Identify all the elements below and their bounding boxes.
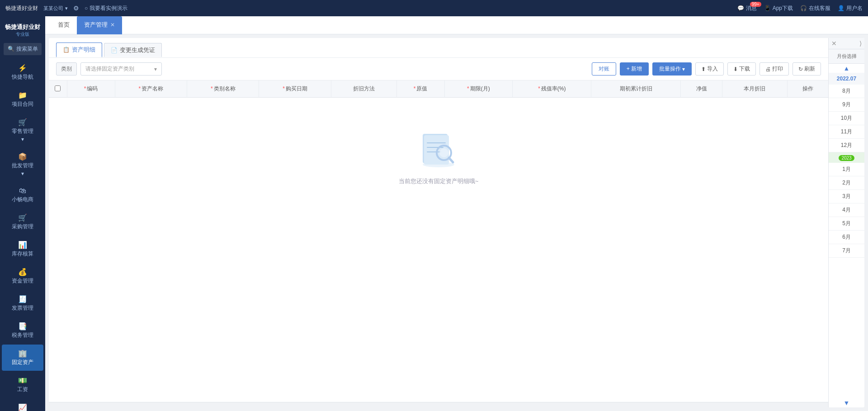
invoice-icon: 🧾 <box>18 295 27 303</box>
phone-icon: 📱 <box>764 5 771 11</box>
sidebar-item-finance[interactable]: 💰 资金管理 <box>2 263 43 289</box>
sidebar-item-quick-nav[interactable]: ⚡ 快捷导航 <box>2 59 43 85</box>
batch-chevron-icon: ▾ <box>682 66 685 72</box>
tab-close-icon[interactable]: ✕ <box>110 22 115 28</box>
category-filter-label: 类别 <box>56 62 77 76</box>
sidebar-item-inventory[interactable]: 📊 库存核算 <box>2 236 43 262</box>
month-item-2023-5[interactable]: 5月 <box>829 217 864 231</box>
month-item-10[interactable]: 10月 <box>829 112 864 125</box>
ecommerce-icon: 🛍 <box>19 187 26 195</box>
batch-operation-button[interactable]: 批量操作 ▾ <box>652 62 692 76</box>
sub-tab-voucher[interactable]: 📄 变更生成凭证 <box>104 43 162 57</box>
asset-detail-tab-icon: 📋 <box>63 47 70 53</box>
message-icon: 💬 <box>737 5 744 11</box>
month-item-2023-1[interactable]: 1月 <box>829 163 864 176</box>
user-icon: 👤 <box>838 5 844 11</box>
select-all-checkbox[interactable] <box>55 85 61 91</box>
month-nav-up[interactable]: ▲ <box>829 64 864 73</box>
table-header-name: *资产名称 <box>115 80 187 98</box>
asset-table: *编码 *资产名称 *类别名称 *购买日期 <box>49 80 828 98</box>
empty-illustration <box>411 125 466 170</box>
table-header-category: *类别名称 <box>187 80 259 98</box>
user-profile[interactable]: 👤 用户名 <box>838 5 863 12</box>
sidebar-item-ecommerce[interactable]: 🛍 小畅电商 <box>2 182 43 208</box>
refresh-button[interactable]: ↻ 刷新 <box>793 62 821 76</box>
tab-asset-management[interactable]: 资产管理 ✕ <box>77 16 122 34</box>
refresh-icon: ↻ <box>798 66 803 72</box>
settings-icon[interactable]: ⚙ <box>73 5 79 12</box>
fixed-asset-icon: 🏢 <box>18 349 27 358</box>
month-nav-down[interactable]: ▼ <box>829 398 864 407</box>
month-item-2023-6[interactable]: 6月 <box>829 231 864 244</box>
month-panel: ✕ ⟩ 月份选择 ▲ 2022.07 8月 9月 10月 11月 12月 202… <box>828 38 864 407</box>
table-header-checkbox <box>49 80 67 98</box>
page-content: 📋 资产明细 📄 变更生成凭证 类别 请选择固定资产类别 ▾ <box>49 38 864 407</box>
month-item-2023-4[interactable]: 4月 <box>829 203 864 217</box>
tax-icon: 📑 <box>18 322 27 331</box>
company-name: 某某公司 <box>43 5 63 12</box>
svg-point-7 <box>439 148 448 157</box>
month-list: 8月 9月 10月 11月 12月 2023 1月 2月 3月 4月 5月 6月… <box>829 85 864 398</box>
import-button[interactable]: ⬆ 导入 <box>695 62 724 76</box>
sidebar-item-project[interactable]: 📁 项目合同 <box>2 86 43 113</box>
month-item-2023-2[interactable]: 2月 <box>829 176 864 190</box>
svg-line-8 <box>449 158 453 162</box>
operations-icon: 📈 <box>18 403 27 411</box>
empty-state: 当前您还没有固定资产明细哦~ <box>49 98 828 213</box>
tab-home[interactable]: 首页 <box>51 16 77 34</box>
import-icon: ⬆ <box>701 66 706 72</box>
duizhang-button[interactable]: 对账 <box>592 62 616 76</box>
retail-icon: 🛒 <box>18 118 27 127</box>
main-panel: 📋 资产明细 📄 变更生成凭证 类别 请选择固定资产类别 ▾ <box>49 38 828 407</box>
table-header-original-value: *原值 <box>396 80 444 98</box>
table-header-operation: 操作 <box>788 80 828 98</box>
month-panel-close-btn[interactable]: ✕ <box>831 40 837 47</box>
search-menu-button[interactable]: 🔍 搜索菜单 <box>4 43 42 55</box>
online-service-button[interactable]: 🎧 在线客服 <box>800 5 830 12</box>
add-button[interactable]: + 新增 <box>620 62 649 76</box>
month-panel-expand-btn[interactable]: ⟩ <box>859 40 862 47</box>
table-header-residual-rate: *残值率(%) <box>513 80 591 98</box>
toolbar: 类别 请选择固定资产类别 ▾ 对账 + 新增 批量操作 ▾ ⬆ <box>49 58 828 80</box>
company-selector[interactable]: 某某公司 ▾ <box>43 5 68 12</box>
download-button[interactable]: ⬇ 下载 <box>727 62 756 76</box>
service-icon: 🎧 <box>800 5 807 11</box>
main-layout: 畅捷通好业财 专业版 🔍 搜索菜单 ⚡ 快捷导航 📁 项目合同 🛒 零售管理 ▾… <box>0 16 868 411</box>
app-title: 畅捷通好业财 <box>5 5 38 12</box>
sidebar-item-invoice[interactable]: 🧾 发票管理 <box>2 290 43 317</box>
month-item-8[interactable]: 8月 <box>829 85 864 98</box>
empty-text: 当前您还没有固定资产明细哦~ <box>399 177 479 185</box>
inventory-icon: 📊 <box>18 241 27 249</box>
sidebar-item-payroll[interactable]: 💵 工资 <box>2 372 43 398</box>
sidebar-item-fixed-asset[interactable]: 🏢 固定资产 <box>2 345 43 371</box>
table-header-net-value: 净值 <box>681 80 722 98</box>
top-bar: 畅捷通好业财 某某公司 ▾ ⚙ ○ 我要看实例演示 💬 消息 99+ 📱 App… <box>0 0 868 16</box>
retail-expand-icon: ▾ <box>21 136 24 142</box>
month-item-2023-3[interactable]: 3月 <box>829 190 864 203</box>
month-panel-header: 月份选择 <box>829 49 864 64</box>
month-item-9[interactable]: 9月 <box>829 98 864 112</box>
sidebar-item-wholesale[interactable]: 📦 批发管理 ▾ <box>2 148 43 181</box>
messages-button[interactable]: 💬 消息 99+ <box>737 5 757 12</box>
sidebar-item-tax[interactable]: 📑 税务管理 <box>2 317 43 344</box>
print-button[interactable]: 🖨 打印 <box>760 62 789 76</box>
demo-link[interactable]: ○ 我要看实例演示 <box>85 5 127 12</box>
app-download-button[interactable]: 📱 App下载 <box>764 5 793 12</box>
category-filter-select[interactable]: 请选择固定资产类别 ▾ <box>80 62 162 76</box>
month-item-12[interactable]: 12月 <box>829 139 864 152</box>
sidebar-item-operations[interactable]: 📈 经营管理 <box>2 399 43 411</box>
demo-icon: ○ <box>85 5 88 11</box>
sidebar-logo: 畅捷通好业财 专业版 <box>0 20 45 43</box>
wholesale-expand-icon: ▾ <box>21 170 24 177</box>
sidebar-item-retail[interactable]: 🛒 零售管理 ▾ <box>2 113 43 147</box>
month-year-display: 2022.07 <box>829 73 864 85</box>
year-2023-badge: 2023 <box>839 155 854 161</box>
content-area: 首页 资产管理 ✕ 📋 资产明细 📄 变更生成凭证 <box>45 16 868 411</box>
sidebar-item-purchase[interactable]: 🛒 采购管理 <box>2 209 43 235</box>
bottom-scrollbar[interactable] <box>49 402 828 407</box>
month-item-11[interactable]: 11月 <box>829 125 864 139</box>
quick-nav-icon: ⚡ <box>18 64 27 72</box>
sidebar: 畅捷通好业财 专业版 🔍 搜索菜单 ⚡ 快捷导航 📁 项目合同 🛒 零售管理 ▾… <box>0 16 45 411</box>
sub-tab-asset-detail[interactable]: 📋 资产明细 <box>56 43 102 57</box>
month-item-2023-7[interactable]: 7月 <box>829 244 864 258</box>
